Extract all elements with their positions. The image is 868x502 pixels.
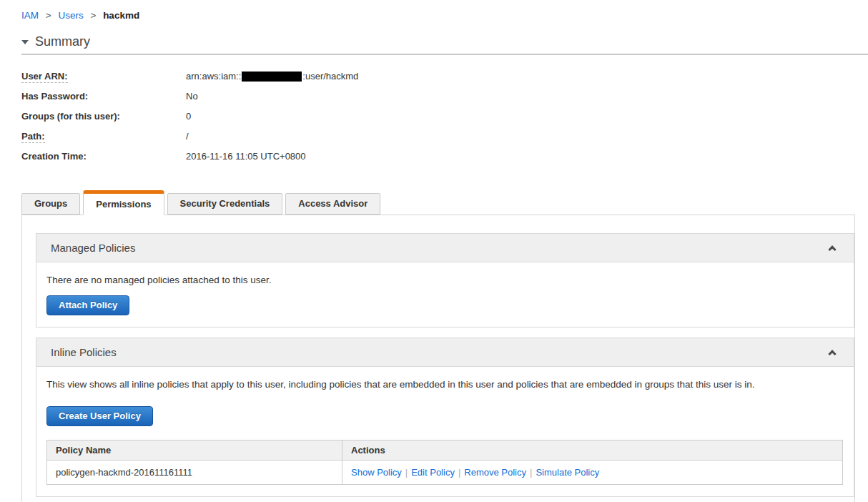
field-value-creation-time: 2016-11-16 11:05 UTC+0800 [186, 151, 306, 162]
inline-policies-description: This view shows all inline policies that… [46, 378, 843, 390]
tab-groups[interactable]: Groups [21, 193, 80, 215]
breadcrumb-separator: > [90, 10, 96, 21]
table-row: policygen-hackmd-201611161111 Show Polic… [47, 461, 843, 485]
show-policy-link[interactable]: Show Policy [351, 467, 402, 478]
permissions-tab-panel: Managed Policies There are no managed po… [21, 215, 855, 502]
breadcrumb-separator: > [46, 10, 51, 21]
breadcrumb-link-iam[interactable]: IAM [21, 10, 39, 21]
table-header-row: Policy Name Actions [47, 441, 843, 461]
inline-policies-header[interactable]: Inline Policies [36, 338, 854, 367]
field-row-path: Path: / [21, 126, 868, 146]
field-label-creation-time: Creation Time: [21, 151, 87, 162]
edit-policy-link[interactable]: Edit Policy [411, 467, 455, 478]
column-header-policy-name: Policy Name [47, 441, 342, 461]
actions-separator: | [458, 467, 460, 478]
attach-policy-button[interactable]: Attach Policy [46, 295, 129, 315]
tab-security-credentials[interactable]: Security Credentials [167, 193, 283, 215]
breadcrumb: IAM > Users > hackmd [21, 10, 868, 21]
tab-permissions[interactable]: Permissions [83, 190, 164, 215]
field-value-path: / [186, 131, 189, 142]
actions-separator: | [405, 467, 408, 478]
field-row-user-arn: User ARN: arn:aws:iam:::user/hackmd [21, 66, 868, 86]
simulate-policy-link[interactable]: Simulate Policy [536, 467, 599, 478]
field-value-has-password: No [186, 91, 198, 102]
managed-policies-header[interactable]: Managed Policies [36, 234, 854, 262]
tab-bar: Groups Permissions Security Credentials … [21, 190, 868, 215]
chevron-up-icon[interactable] [828, 245, 836, 253]
managed-policies-section: Managed Policies There are no managed po… [36, 233, 854, 328]
column-header-actions: Actions [342, 441, 843, 461]
summary-divider [21, 54, 868, 55]
field-row-groups: Groups (for this user): 0 [21, 106, 868, 126]
managed-policies-empty-text: There are no managed policies attached t… [46, 274, 843, 286]
field-value-groups: 0 [186, 111, 191, 122]
managed-policies-title: Managed Policies [51, 242, 135, 254]
policy-name-cell: policygen-hackmd-201611161111 [47, 461, 342, 485]
inline-policies-body: This view shows all inline policies that… [36, 367, 854, 496]
create-user-policy-button[interactable]: Create User Policy [46, 406, 153, 426]
tab-access-advisor[interactable]: Access Advisor [285, 193, 380, 215]
field-label-user-arn: User ARN: [21, 71, 68, 83]
iam-user-detail-page: IAM > Users > hackmd Summary User ARN: a… [0, 10, 868, 502]
arn-prefix: arn:aws:iam:: [186, 71, 241, 82]
breadcrumb-current-user: hackmd [103, 10, 139, 21]
field-row-creation-time: Creation Time: 2016-11-16 11:05 UTC+0800 [21, 146, 868, 166]
summary-section-header: Summary [21, 34, 868, 49]
actions-separator: | [530, 467, 532, 478]
summary-title: Summary [35, 34, 90, 49]
summary-fields: User ARN: arn:aws:iam:::user/hackmd Has … [21, 66, 868, 166]
inline-policies-title: Inline Policies [51, 346, 117, 358]
actions-cell: Show Policy|Edit Policy|Remove Policy|Si… [342, 461, 843, 485]
collapse-triangle-icon[interactable] [21, 40, 29, 44]
inline-policies-section: Inline Policies This view shows all inli… [36, 338, 854, 497]
field-label-has-password: Has Password: [21, 91, 88, 102]
arn-suffix: :user/hackmd [302, 71, 358, 82]
chevron-up-icon[interactable] [828, 350, 836, 358]
field-row-has-password: Has Password: No [21, 86, 868, 106]
field-label-path: Path: [21, 131, 45, 143]
managed-policies-body: There are no managed policies attached t… [36, 262, 854, 327]
redacted-account-id [242, 72, 302, 82]
remove-policy-link[interactable]: Remove Policy [464, 467, 526, 478]
inline-policies-table: Policy Name Actions policygen-hackmd-201… [46, 440, 843, 485]
field-label-groups: Groups (for this user): [21, 111, 120, 122]
breadcrumb-link-users[interactable]: Users [58, 10, 83, 21]
field-value-user-arn: arn:aws:iam:::user/hackmd [186, 71, 358, 82]
